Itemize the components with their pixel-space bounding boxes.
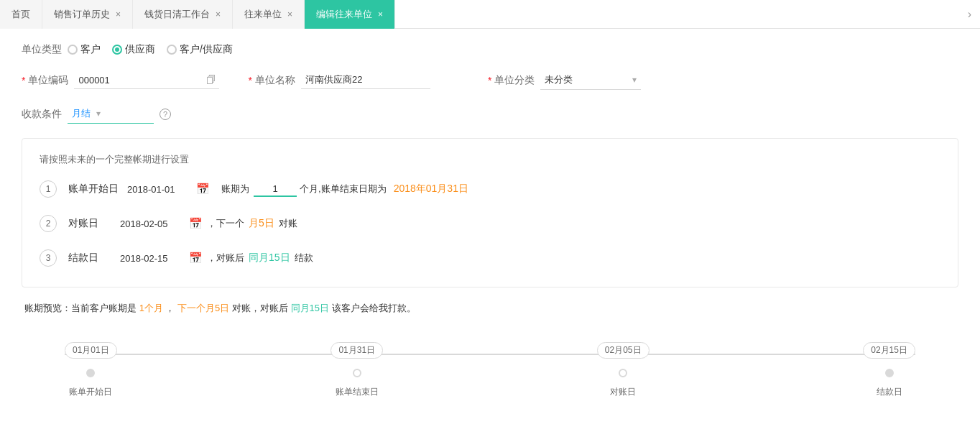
row2-prefix: ，下一个	[207, 217, 244, 230]
main-content: 单位类型 客户 供应商 客户/供应商 * 单位编码	[0, 29, 980, 437]
cal-icon-2[interactable]: 📅	[189, 217, 203, 230]
period-end-date: 2018年01月31日	[394, 183, 468, 196]
unit-type-row: 单位类型 客户 供应商 客户/供应商	[22, 43, 958, 56]
preview-part2: 下一个月5日	[177, 303, 229, 313]
row-label-2: 对账日	[68, 217, 111, 230]
radio-customer-supplier-circle	[167, 45, 177, 55]
row-num-1: 1	[40, 180, 57, 198]
node-date-1: 01月01日	[73, 345, 109, 355]
row3-highlight: 同月15日	[249, 252, 290, 264]
node-badge-2: 01月31日	[330, 342, 383, 359]
date-input-3: 2018-02-15 📅	[120, 252, 203, 264]
tab-contacts[interactable]: 往来单位 ×	[233, 0, 305, 29]
node-dot-1	[86, 369, 95, 377]
unit-category-star: *	[488, 75, 491, 86]
payment-conditions-select[interactable]: 月结 ▾	[68, 104, 154, 124]
settings-box: 请按照未来的一个完整帐期进行设置 1 账单开始日 2018-01-01 📅 账期…	[22, 138, 958, 288]
preview-sep2: 对账，对账后	[232, 303, 291, 313]
radio-customer-circle	[68, 45, 78, 55]
radio-customer-label: 客户	[80, 43, 101, 56]
tab-edit-contact-label: 编辑往来单位	[316, 8, 372, 21]
node-dot-2	[353, 369, 361, 377]
unit-type-label: 单位类型	[22, 43, 62, 56]
node-date-3: 02月05日	[605, 345, 642, 355]
tab-more-button[interactable]: ›	[959, 8, 980, 21]
node-badge-4: 02月15日	[863, 342, 915, 359]
unit-name-input[interactable]	[301, 72, 430, 89]
unit-category-arrow: ▾	[632, 75, 637, 85]
unit-category-label: 单位分类	[494, 74, 535, 87]
settings-row-3: 3 结款日 2018-02-15 📅 ，对账后 同月15日 结款	[40, 249, 940, 267]
tab-bar: 首页 销售订单历史 × 钱货日清工作台 × 往来单位 × 编辑往来单位 × ›	[0, 0, 980, 29]
tab-contacts-close[interactable]: ×	[287, 9, 292, 19]
timeline-node-4: 02月15日 结款日	[863, 346, 915, 398]
tab-sales-history-close[interactable]: ×	[116, 9, 121, 19]
tab-contacts-label: 往来单位	[244, 8, 282, 21]
unit-category-item: * 单位分类 未分类 ▾	[488, 70, 641, 90]
row-label-3: 结款日	[68, 252, 111, 264]
radio-customer-supplier-label: 客户/供应商	[180, 43, 233, 56]
row3-suffix: 结款	[295, 252, 313, 264]
node-date-2: 01月31日	[338, 345, 375, 355]
tab-sales-history-label: 销售订单历史	[54, 8, 110, 21]
radio-customer[interactable]: 客户	[68, 43, 101, 56]
payment-conditions-arrow: ▾	[96, 109, 101, 119]
preview-part1: 1个月	[139, 303, 163, 313]
unit-code-label: 单位编码	[28, 74, 68, 87]
unit-name-label: 单位名称	[255, 74, 295, 87]
tab-sales-history[interactable]: 销售订单历史 ×	[42, 0, 133, 29]
settings-row-2: 2 对账日 2018-02-05 📅 ，下一个 月5日 对账	[40, 215, 940, 232]
tab-edit-contact-close[interactable]: ×	[378, 9, 383, 19]
node-badge-1: 01月01日	[65, 342, 117, 359]
tab-cashflow-close[interactable]: ×	[216, 9, 221, 19]
payment-conditions-label: 收款条件	[22, 108, 62, 121]
unit-category-value: 未分类	[545, 73, 627, 86]
payment-help-icon[interactable]: ?	[160, 109, 171, 120]
node-label-1: 账单开始日	[69, 386, 112, 398]
payment-conditions-row: 收款条件 月结 ▾ ?	[22, 104, 958, 124]
preview-part3: 同月15日	[291, 303, 329, 313]
unit-category-select[interactable]: 未分类 ▾	[540, 70, 641, 90]
preview-prefix: 账期预览：当前客户账期是	[24, 303, 137, 313]
tab-edit-contact[interactable]: 编辑往来单位 ×	[305, 0, 395, 29]
period-input[interactable]	[254, 182, 297, 197]
date-input-2: 2018-02-05 📅	[120, 217, 203, 230]
timeline-nodes: 01月01日 账单开始日 01月31日 账单结束日 02月05日 对账日	[65, 346, 915, 398]
unit-code-icon[interactable]: 🗍	[203, 74, 219, 86]
unit-code-input[interactable]	[74, 72, 203, 88]
tab-cashflow[interactable]: 钱货日清工作台 ×	[133, 0, 233, 29]
node-label-4: 结款日	[877, 386, 902, 398]
date-text-3: 2018-02-15	[120, 253, 185, 264]
node-dot-3	[619, 369, 627, 377]
unit-name-star: *	[248, 75, 251, 86]
timeline-node-1: 01月01日 账单开始日	[65, 346, 117, 398]
row-num-3: 3	[40, 249, 57, 267]
node-badge-3: 02月05日	[597, 342, 650, 359]
row-num-2: 2	[40, 215, 57, 232]
cal-icon-1[interactable]: 📅	[196, 183, 210, 196]
unit-name-item: * 单位名称	[248, 72, 430, 89]
radio-supplier-circle	[112, 45, 122, 55]
unit-info-row: * 单位编码 🗍 * 单位名称 * 单位分类 未分类 ▾	[22, 70, 958, 90]
row2-highlight: 月5日	[249, 217, 274, 230]
settings-row-1: 1 账单开始日 2018-01-01 📅 账期为 个月,账单结束日期为 2018…	[40, 180, 940, 198]
timeline-wrap: 01月01日 账单开始日 01月31日 账单结束日 02月05日 对账日	[22, 332, 958, 427]
row3-prefix: ，对账后	[207, 252, 244, 264]
unit-code-star: *	[22, 75, 25, 86]
node-label-2: 账单结束日	[336, 386, 379, 398]
tab-home[interactable]: 首页	[0, 0, 42, 29]
date-input-1: 2018-01-01 📅	[127, 183, 210, 196]
timeline-node-2: 01月31日 账单结束日	[330, 346, 383, 398]
tab-cashflow-label: 钱货日清工作台	[144, 8, 210, 21]
date-text-2: 2018-02-05	[120, 218, 185, 229]
period-prefix: 账期为	[221, 183, 249, 196]
payment-conditions-item: 收款条件 月结 ▾ ?	[22, 104, 171, 124]
tab-home-label: 首页	[11, 8, 30, 21]
radio-customer-supplier[interactable]: 客户/供应商	[167, 43, 233, 56]
node-dot-4	[885, 369, 894, 377]
preview-text: 账期预览：当前客户账期是 1个月 ， 下一个月5日 对账，对账后 同月15日 该…	[22, 302, 958, 315]
radio-supplier[interactable]: 供应商	[112, 43, 155, 56]
row2-suffix: 对账	[279, 217, 297, 230]
cal-icon-3[interactable]: 📅	[189, 252, 203, 264]
unit-type-radio-group: 客户 供应商 客户/供应商	[68, 43, 233, 56]
